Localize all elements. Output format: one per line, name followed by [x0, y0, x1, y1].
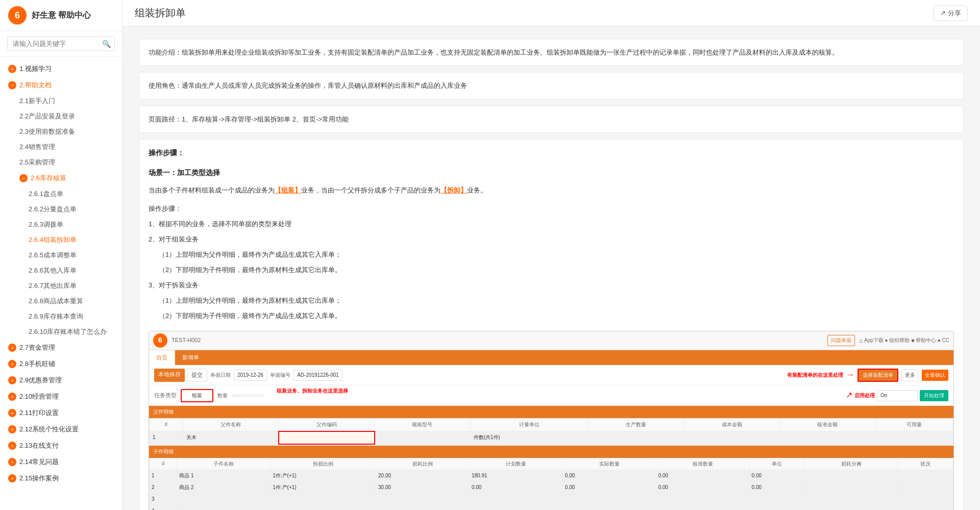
ss-annotation2: 组装业务、拆卸业务在这里选择 — [277, 386, 348, 396]
step-title: 操作步骤： — [149, 202, 954, 215]
ss-on-field[interactable]: On — [877, 390, 918, 401]
ss-action-btns: 本地保存 提交 — [154, 369, 207, 382]
ss-top-right: △ App下载 ● 组织帮助 ■ 帮助中心 ● CC — [859, 336, 949, 345]
sidebar-item-other-out[interactable]: 2.6.7其他出库单 — [0, 278, 122, 294]
ss-start-btn[interactable]: 开始处理 — [920, 390, 948, 401]
ss-annotation3: 启用处理 — [854, 391, 875, 400]
sidebar-item-docs[interactable]: − 2.帮助文档 — [0, 77, 122, 93]
sidebar-item-stocktake2[interactable]: 2.6.2分量盘点单 — [0, 202, 122, 217]
ss-type-select[interactable]: 组装 — [181, 389, 213, 402]
sidebar-item-mgmt[interactable]: + 2.10经营管理 — [0, 388, 122, 405]
ss-logo: 6 — [153, 333, 167, 348]
expand-icon: + — [8, 393, 16, 401]
sidebar-header: 6 好生意 帮助中心 — [0, 0, 122, 31]
ss-dan-val[interactable]: AD-20191226-001 — [293, 370, 342, 381]
step3-1: （1）上部明细为父件明细，最终作为原材料生成其它出库单； — [149, 294, 954, 307]
path-block: 页面路径：1、库存核算->库存管理->组装拆卸单 2、首页->常用功能 — [139, 106, 964, 133]
ss-th-code: 父件编码 — [279, 418, 375, 431]
ss-sub-th-num: # — [150, 458, 177, 470]
sidebar-item-label: 2.15操作案例 — [19, 474, 59, 483]
topbar: 组装拆卸单 ↗ 分享 — [122, 0, 980, 27]
step2-2: （2）下部明细为子件明细，最终作为原材料生成其它出库单。 — [149, 263, 954, 277]
sidebar-item-label: 2.14常见问题 — [19, 457, 59, 467]
sidebar-item-coupon[interactable]: + 2.9优惠券管理 — [0, 372, 122, 388]
ss-confirm-btn[interactable]: 全量确认 — [922, 370, 948, 381]
sidebar-item-faq[interactable]: + 2.14常见问题 — [0, 454, 122, 470]
expand-icon: + — [8, 65, 16, 73]
sidebar-item-label: 2.10经营管理 — [19, 392, 59, 401]
ss-more-btn[interactable]: 更多 — [901, 369, 919, 381]
search-input[interactable] — [7, 36, 115, 51]
intro-block-2: 使用角色：通常由生产人员或库管人员完成拆装业务的操作，库管人员确认原材料的出库和… — [139, 72, 964, 99]
ss-th-name: 父件名称 — [183, 418, 279, 431]
sidebar-item-transfer[interactable]: 2.6.3调拨单 — [0, 217, 122, 232]
sidebar-item-system[interactable]: + 2.12系统个性化设置 — [0, 421, 122, 438]
table-row: 1 关木 件数(共1件) — [150, 431, 953, 444]
share-button[interactable]: ↗ 分享 — [934, 6, 968, 21]
ss-bom-btn[interactable]: 选择装配清单 — [857, 369, 898, 382]
expand-icon: + — [8, 376, 16, 384]
sidebar-item-sales[interactable]: 2.4销售管理 — [0, 139, 122, 155]
sidebar-item-cost-recalc[interactable]: 2.6.8商品成本重算 — [0, 294, 122, 309]
sidebar-item-stock-fix[interactable]: 2.6.10库存账本错了怎么办 — [0, 324, 122, 339]
expand-icon: + — [8, 442, 16, 450]
screenshot: 6 TEST-H002 问题单据 △ App下载 ● 组织帮助 ■ 帮助中心 ●… — [149, 331, 954, 510]
sidebar-item-purchase[interactable]: 2.5采购管理 — [0, 155, 122, 170]
assembly-keyword: 【组装】 — [275, 186, 301, 194]
step2: 2、对于组装业务 — [149, 233, 954, 246]
ss-date-label: 单据日期 — [210, 371, 231, 380]
ss-sub-th-unit: 单位 — [749, 458, 804, 470]
step3-2: （2）下部明细为子件明细，最终作为产成品生成其它入库单。 — [149, 309, 954, 323]
sidebar-item-stocktake[interactable]: 2.6.1盘点单 — [0, 186, 122, 202]
collapse-icon-stock: − — [19, 174, 28, 182]
ops-title: 操作步骤： — [149, 147, 954, 159]
ops-block: 操作步骤： 场景一：加工类型选择 当由多个子件材料组装成一个成品的业务为【组装】… — [139, 139, 964, 510]
sidebar-item-label: 2.9优惠券管理 — [19, 376, 62, 385]
ss-th-cost: 成本金额 — [684, 418, 780, 431]
intro-text-2: 使用角色：通常由生产人员或库管人员完成拆装业务的操作，库管人员确认原材料的出库和… — [149, 82, 467, 89]
sidebar-item-print[interactable]: + 2.11打印设置 — [0, 405, 122, 421]
ss-qty-input[interactable] — [232, 395, 263, 397]
ss-th-unit: 计量单位 — [470, 418, 588, 431]
ss-lower-table-title: 子件明细 — [153, 447, 174, 456]
scenario1-title: 场景一：加工类型选择 — [149, 166, 954, 179]
share-icon: ↗ — [940, 9, 946, 17]
ss-th-avail: 可用量 — [875, 418, 953, 431]
sidebar-item-cases[interactable]: + 2.15操作案例 — [0, 470, 122, 487]
sidebar-item-stock-query[interactable]: 2.6.9库存账本查询 — [0, 309, 122, 324]
sidebar-item-install[interactable]: 2.2产品安装及登录 — [0, 109, 122, 124]
sidebar-item-mobile[interactable]: + 2.8手机旺铺 — [0, 356, 122, 372]
table-row: 2 商品 2 1件:产(+1) 30.00 0.00 0.00 0.00 0.0… — [150, 481, 953, 493]
sidebar-item-data-prep[interactable]: 2.3使用前数据准备 — [0, 124, 122, 139]
sidebar-item-cost-adj[interactable]: 2.6.5成本调整单 — [0, 248, 122, 263]
sidebar-item-label: 1.视频学习 — [19, 64, 52, 74]
ss-nav-new[interactable]: 新增单 — [175, 350, 206, 366]
sidebar-item-other-in[interactable]: 2.6.6其他入库单 — [0, 263, 122, 278]
logo-text: 好生意 帮助中心 — [32, 10, 91, 21]
collapse-icon: − — [8, 81, 16, 89]
ss-nav-home[interactable]: 自贡 — [149, 350, 175, 366]
step2-1: （1）上部明细为父件明细，最终作为产成品生成其它入库单； — [149, 248, 954, 261]
search-icon: 🔍 — [102, 40, 111, 48]
ss-date-val[interactable]: 2019-12-26 — [234, 370, 267, 381]
nav-tree: + 1.视频学习 − 2.帮助文档 2.1新手入门 2.2产品安装及登录 2.3… — [0, 57, 122, 510]
ss-annotation1: 有装配清单的在这里处理 — [787, 371, 843, 380]
sidebar-item-newbie[interactable]: 2.1新手入门 — [0, 93, 122, 109]
expand-icon: + — [8, 360, 16, 368]
ss-save-btn[interactable]: 本地保存 — [154, 369, 185, 382]
sidebar-item-finance[interactable]: + 2.7资金管理 — [0, 339, 122, 356]
ss-create-btn[interactable]: 问题单据 — [827, 335, 855, 346]
expand-icon: + — [8, 474, 16, 482]
sidebar-item-payment[interactable]: + 2.13在线支付 — [0, 438, 122, 454]
sidebar-item-video[interactable]: + 1.视频学习 — [0, 61, 122, 77]
search-box: 🔍 — [0, 31, 122, 57]
sidebar-item-stock[interactable]: − 2.6库存核算 — [0, 170, 122, 186]
intro-text-1: 功能介绍：组装拆卸单用来处理企业组装或拆卸等加工业务，支持有固定装配清单的产品加… — [149, 48, 839, 56]
ss-dan-label: 单据编号 — [270, 371, 290, 380]
ss-parent-code-input[interactable] — [279, 431, 375, 444]
ss-th-prod-qty: 生产数量 — [588, 418, 684, 431]
ss-sub-th-actual: 实际数量 — [562, 458, 656, 470]
expand-icon: + — [8, 425, 16, 433]
ss-submit-btn[interactable]: 提交 — [187, 369, 207, 382]
sidebar-item-assembly[interactable]: 2.6.4组装拆卸单 — [0, 232, 122, 248]
